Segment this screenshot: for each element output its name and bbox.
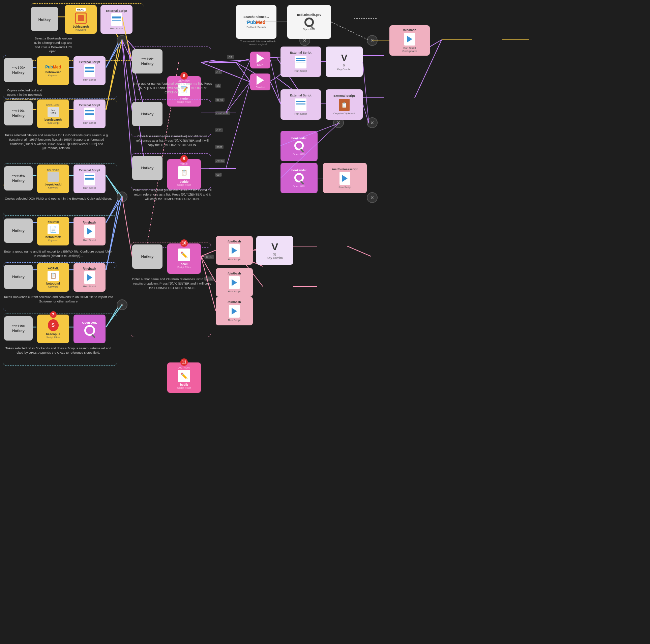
- bescopus-filter-node[interactable]: 7 S bescopus Script Filter: [37, 315, 69, 343]
- desc-becite: Enter author names [optional year] to re…: [132, 82, 212, 94]
- bequickadd-script-node[interactable]: External Script Run Script: [73, 165, 106, 193]
- betoopml-bash-node[interactable]: /bin/bash Run Script: [73, 263, 106, 292]
- bescopus-openurl-node[interactable]: Open URL: [73, 315, 106, 343]
- alt-indicator: alt: [227, 55, 234, 59]
- key-combo-bebib-node[interactable]: V ⌘ Key Combo: [256, 236, 293, 265]
- hotkey-5-node[interactable]: Hotkey: [4, 218, 33, 243]
- separator-3: ✕: [117, 299, 127, 310]
- hotkey-1-node[interactable]: Hotkey: [31, 7, 58, 31]
- betobibtex-keyword-node[interactable]: ✶BibTeX 📄 betobibtex Keyword: [37, 217, 69, 245]
- desc-berefsearch: Takes selected citation and searches for…: [3, 133, 111, 150]
- betoopml-keyword-node[interactable]: ✶OPML 📋 betoopml Keyword: [37, 263, 69, 292]
- bookends-openurl-1-node[interactable]: bookends: Open URL: [280, 131, 318, 161]
- ctrl-label-3: ctrl: [215, 173, 222, 177]
- separator-1: ✕: [117, 35, 127, 46]
- desc-bequickadd: Copies selected DOI/ PMID and opens it i…: [3, 197, 114, 201]
- fn-label-1: fn nd: [215, 98, 225, 102]
- workflow-canvas: Hotkey UIUID beidsearch Keyword External…: [0, 0, 650, 644]
- desc-bebib: Enter author name and it'll return refer…: [132, 277, 212, 290]
- copy-clipboard-node[interactable]: External Script 📋 Copy to Clipboard: [326, 89, 363, 120]
- berefsearch-keyword-node[interactable]: (Doe, 1959) Doe1959 berefsearch Run Scri…: [37, 99, 69, 128]
- c-fn: c fn: [215, 128, 223, 132]
- cmd-label-shift: cmd shift: [215, 111, 230, 115]
- hotkey-6-node[interactable]: Hotkey: [4, 265, 33, 289]
- separator-top-right: ✕: [367, 35, 378, 46]
- osascript-node[interactable]: /usr/bin/osascript Run Script: [323, 163, 367, 193]
- bebib-bash-1-node[interactable]: /bin/bash Run Script: [216, 236, 253, 265]
- desc-beidsearch: Select a Bookends unique ID in a foregro…: [33, 36, 73, 54]
- fallback-note: You can add this as a fallback search en…: [236, 40, 280, 46]
- bebib-bash-2-node[interactable]: /bin/bash Run Script: [216, 268, 253, 297]
- hotkey-4-node[interactable]: ^⌥⇧⌘W Hotkey: [4, 166, 33, 191]
- bebib-bash-3-node[interactable]: /bin/bash Run Script: [216, 297, 253, 325]
- external-script-1-node[interactable]: External Script Run Script: [100, 5, 132, 34]
- ext-script-2-node[interactable]: External Script Run Script: [280, 89, 321, 120]
- hotkey-2-node[interactable]: ^⌥⇧⌘P Hotkey: [4, 58, 33, 82]
- key-combo-top-node[interactable]: V ⌘ Key Combo: [326, 47, 363, 77]
- ext-script-top-node[interactable]: External Script Run Script: [280, 47, 321, 77]
- bebrowser-keyword-node[interactable]: PubMed bebrowser Keyword: [37, 56, 69, 85]
- hotkey-11-node[interactable]: Hotkey: [132, 244, 162, 269]
- hotkey-10-node[interactable]: Hotkey: [132, 156, 162, 180]
- betobibtex-bash-node[interactable]: /bin/bash Run Script: [73, 217, 106, 245]
- hotkey-3-node[interactable]: ^⌥⇧⌘L Hotkey: [4, 101, 33, 125]
- external-script-2-node[interactable]: External Script Run Script: [73, 56, 106, 85]
- ncbi-openurl-node[interactable]: ncbi.nlm.nih.gov Open URL: [287, 5, 331, 39]
- desc-beall: Enter text in any field (case insensitiv…: [132, 188, 212, 201]
- bequickadd-keyword-node[interactable]: DOI / PMID bequickadd Keyword: [37, 165, 69, 193]
- ctrl-label-1: c ti: [215, 70, 222, 74]
- desc-bescopus: Takes selected ref in Bookends and does …: [3, 346, 114, 355]
- beidsearch-keyword-node[interactable]: UIUID beidsearch Keyword: [65, 5, 97, 34]
- hotkey-9-node[interactable]: Hotkey: [132, 102, 162, 126]
- pandoc-arrow-node[interactable]: Pandoc: [250, 74, 270, 90]
- bash-oneupdater-node[interactable]: /bin/bash Run Script OneUpdater: [389, 25, 430, 56]
- separator-7: ✕: [367, 192, 378, 203]
- hotkey-8-node[interactable]: ^⌥⇧⌘" Hotkey: [132, 49, 162, 74]
- desc-betobibtex: Enter a group name and it will export to…: [3, 250, 114, 258]
- mmd-arrow-node[interactable]: MMD: [250, 52, 270, 68]
- hotkey-7-node[interactable]: ^⌥⇧⌘0 Hotkey: [4, 316, 33, 341]
- desc-betitle: Enter title search (case insensitive) an…: [132, 134, 212, 147]
- shift-label-1: alt: [215, 84, 221, 88]
- cmd-indicator-2: cmd: [204, 276, 214, 281]
- bookends-openurl-2-node[interactable]: bookends: Open URL: [280, 163, 318, 193]
- desc-betoopml: Takes Bookends current selection and con…: [3, 295, 114, 304]
- bebib-filter-node[interactable]: 11 AUTHOR ✏️ bebib Script Filter: [167, 362, 201, 393]
- separator-2: ✕: [117, 192, 127, 202]
- ctrl-fn-label: ctrl fn: [215, 159, 225, 163]
- svg-line-49: [347, 246, 371, 256]
- cmd-indicator-1: cmd: [204, 255, 214, 259]
- shift-label-2: shift: [215, 145, 224, 149]
- separator-6: ✕: [367, 117, 378, 128]
- berefsearch-script-node[interactable]: External Script Run Script: [73, 99, 106, 128]
- search-pubmed-node[interactable]: Search Pubmed... PubMed Fallback Search: [236, 5, 276, 39]
